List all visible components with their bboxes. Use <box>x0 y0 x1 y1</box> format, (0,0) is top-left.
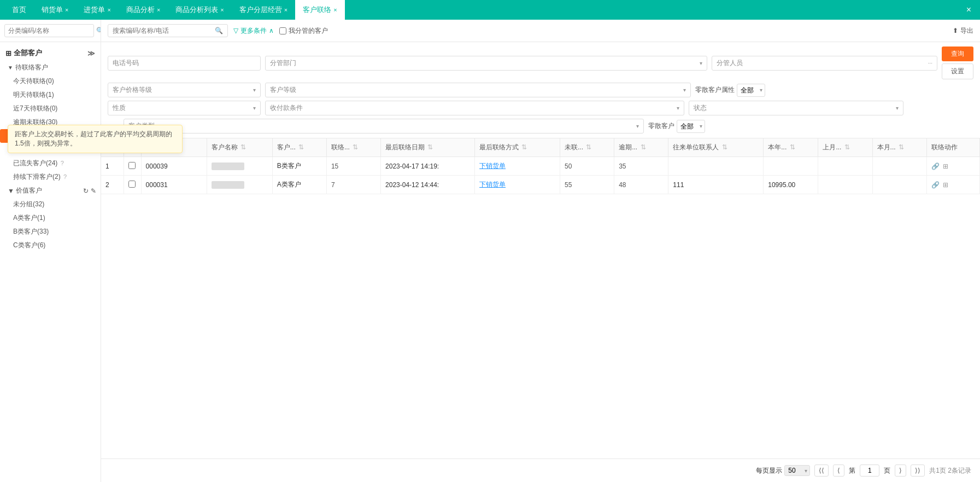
row1-contacts <box>668 157 764 176</box>
refresh-icon[interactable]: ↻ <box>83 187 89 195</box>
sidebar-all-customers[interactable]: ⊞ 全部客户 ≫ <box>0 45 101 61</box>
sort-lastmonth-icon[interactable]: ⇅ <box>844 143 850 151</box>
sidebar-search-area: 🔍 <box>0 20 101 42</box>
gender-field[interactable]: 性质 ▾ <box>108 101 261 115</box>
row2-last-month <box>818 176 872 194</box>
row2-name-blur <box>212 181 244 189</box>
value-group-icons: ↻ ✎ <box>83 187 96 195</box>
nav-home[interactable]: 首页 <box>4 0 34 20</box>
filter-more-btn[interactable]: ▽ 更多条件 ∧ <box>233 26 274 36</box>
dept-field[interactable]: 分管部门 ▾ <box>265 56 707 71</box>
nav-customer-tier[interactable]: 客户分层经营 × <box>232 0 295 20</box>
phone-field[interactable]: 电话号码 <box>108 56 261 71</box>
sidebar-collapse-btn[interactable]: ≫ <box>87 49 95 57</box>
sort-contacts-icon[interactable]: ⇅ <box>722 143 727 151</box>
row2-last-method: 下销货单 <box>475 176 560 194</box>
my-customer-checkbox[interactable] <box>279 27 286 34</box>
sidebar-a-class[interactable]: A类客户(1) <box>0 211 101 225</box>
row1-grid-icon[interactable]: ⊞ <box>943 162 948 170</box>
sort-year-icon[interactable]: ⇅ <box>790 143 795 151</box>
sidebar-today-pending[interactable]: 今天待联络(0) <box>0 74 101 88</box>
sidebar-ungroup[interactable]: 未分组(32) <box>0 198 101 211</box>
table-row: 2 000031 A类客户 7 2023-04-12 14:44: <box>101 176 980 194</box>
sidebar-tomorrow-pending[interactable]: 明天待联络(1) <box>0 88 101 102</box>
status-field[interactable]: 状态 ▾ <box>689 101 903 115</box>
page-last-btn[interactable]: ⟩⟩ <box>911 464 925 477</box>
row1-last-date: 2023-04-17 14:19: <box>381 157 475 176</box>
nav-sales-close[interactable]: × <box>65 7 68 13</box>
sort-overdue-icon[interactable]: ⇅ <box>641 143 646 151</box>
nav-product-analysis-list-close[interactable]: × <box>220 7 224 13</box>
sidebar-pending-group[interactable]: ▼ 待联络客户 <box>0 61 101 74</box>
advanced-filter: 电话号码 分管部门 ▾ 分管人员 ··· 查询 设置 客户价格等级 <box>101 42 980 138</box>
sidebar-search-input[interactable] <box>4 24 94 37</box>
filter-my-customer[interactable]: 我分管的客户 <box>279 26 328 36</box>
page-prev-btn[interactable]: ⟨ <box>833 464 844 477</box>
page-number-input[interactable] <box>860 464 879 477</box>
dept-chevron-icon: ▾ <box>700 60 702 66</box>
col-action: 联络动作 <box>926 138 979 157</box>
per-page-selector: 每页显示 50 20 100 <box>756 465 810 476</box>
sidebar-churned[interactable]: 已流失客户(24) ? <box>0 156 101 170</box>
person-field[interactable]: 分管人员 ··· <box>712 56 937 71</box>
nav-customer-contact-close[interactable]: × <box>333 7 337 13</box>
table-row: 1 000039 B类客户 15 2023-04-17 14:19: <box>101 157 980 176</box>
settings-button[interactable]: 设置 <box>942 63 973 79</box>
sort-contact-icon[interactable]: ⇅ <box>353 143 358 151</box>
row2-grid-icon[interactable]: ⊞ <box>943 181 948 189</box>
row2-link-icon[interactable]: 🔗 <box>931 181 940 189</box>
filter-search-input[interactable] <box>113 27 215 34</box>
nav-purchase-close[interactable]: × <box>107 7 110 13</box>
sort-uncontacted-icon[interactable]: ⇅ <box>586 143 591 151</box>
nav-product-analysis[interactable]: 商品分析 × <box>119 0 168 20</box>
row1-name-blur <box>212 162 244 170</box>
page-first-btn[interactable]: ⟨⟨ <box>814 464 829 477</box>
sidebar-7day-pending[interactable]: 近7天待联络(0) <box>0 102 101 115</box>
filter-bar: 🔍 ▽ 更多条件 ∧ 我分管的客户 ⬆ 导出 <box>101 20 980 42</box>
sort-method-icon[interactable]: ⇅ <box>521 143 527 151</box>
gender-chevron-icon: ▾ <box>253 105 256 111</box>
row1-this-month <box>872 157 926 176</box>
sort-name-icon[interactable]: ⇅ <box>240 143 246 151</box>
row1-uncontacted: 50 <box>560 157 614 176</box>
declining-icon: ? <box>63 173 67 180</box>
filter-export-btn[interactable]: ⬆ 导出 <box>953 26 973 36</box>
nav-customer-contact[interactable]: 客户联络 × <box>295 0 344 20</box>
sidebar-b-class[interactable]: B类客户(33) <box>0 225 101 239</box>
query-button[interactable]: 查询 <box>942 47 973 61</box>
row1-method-link[interactable]: 下销货单 <box>479 162 506 170</box>
sidebar-c-class[interactable]: C类客户(6) <box>0 239 101 252</box>
sort-date-icon[interactable]: ⇅ <box>427 143 433 151</box>
filter-search-icon[interactable]: 🔍 <box>215 27 223 34</box>
row1-select-checkbox[interactable] <box>128 162 136 169</box>
page-next-btn[interactable]: ⟩ <box>895 464 906 477</box>
content-area: 🔍 ▽ 更多条件 ∧ 我分管的客户 ⬆ 导出 电话号码 <box>101 20 980 482</box>
row1-link-icon[interactable]: 🔗 <box>931 162 940 170</box>
nav-customer-tier-close[interactable]: × <box>284 7 287 13</box>
sidebar-search-icon[interactable]: 🔍 <box>96 27 101 34</box>
nav-sales[interactable]: 销货单 × <box>34 0 76 20</box>
price-level-chevron-icon: ▾ <box>253 87 256 93</box>
filter-row-2: 客户价格等级 ▾ 客户等级 ▾ 零散客户属性 全部 <box>108 83 973 97</box>
row2-method-link[interactable]: 下销货单 <box>479 181 506 188</box>
cust-type-field[interactable]: 客户类型 ▾ <box>124 119 644 133</box>
edit-icon[interactable]: ✎ <box>91 187 96 195</box>
action-buttons: 查询 设置 <box>942 47 973 79</box>
row1-action-icons: 🔗 ⊞ <box>931 162 975 170</box>
row2-code: 000031 <box>141 176 207 194</box>
nav-product-analysis-close[interactable]: × <box>157 7 160 13</box>
row2-select-checkbox[interactable] <box>128 181 136 188</box>
nav-product-analysis-list[interactable]: 商品分析列表 × <box>168 0 231 20</box>
price-level-field[interactable]: 客户价格等级 ▾ <box>108 83 261 97</box>
payment-field[interactable]: 收付款条件 ▾ <box>265 101 684 115</box>
cust-level-field[interactable]: 客户等级 ▾ <box>265 83 691 97</box>
sort-thismonth-icon[interactable]: ⇅ <box>899 143 904 151</box>
sidebar-value-group[interactable]: ▼ 价值客户 ↻ ✎ <box>0 184 101 198</box>
retail-attr-select[interactable]: 全部 <box>737 84 765 97</box>
sidebar-declining[interactable]: 持续下滑客户(2) ? <box>0 170 101 184</box>
retail-customer-select[interactable]: 全部 <box>677 120 705 133</box>
sort-type-icon[interactable]: ⇅ <box>298 143 304 151</box>
close-all-button[interactable]: × <box>962 5 976 15</box>
nav-purchase[interactable]: 进货单 × <box>76 0 118 20</box>
per-page-select[interactable]: 50 20 100 <box>784 465 810 476</box>
